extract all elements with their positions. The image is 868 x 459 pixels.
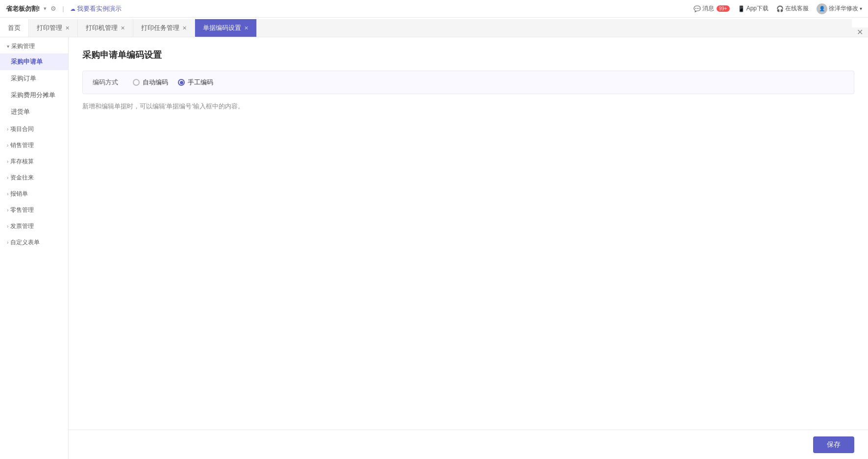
demo-link[interactable]: ☁ 我要看实例演示	[70, 4, 122, 13]
tab-close-print-task[interactable]: ✕	[182, 25, 187, 31]
hint-text: 新增和编辑单据时，可以编辑'单据编号'输入框中的内容。	[82, 102, 854, 111]
arrow-right-icon: ›	[7, 159, 8, 164]
radio-manual-coding[interactable]: 手工编码	[178, 78, 213, 87]
avatar: 👤	[817, 3, 827, 14]
tab-close-print-mgmt[interactable]: ✕	[65, 25, 70, 31]
arrow-right-icon: ›	[7, 175, 8, 180]
arrow-right-icon: ›	[7, 143, 8, 148]
sidebar-item-purchase-goods[interactable]: 进货单	[0, 103, 68, 120]
arrow-right-icon: ›	[7, 224, 8, 229]
tab-home[interactable]: 首页	[0, 19, 29, 37]
message-btn[interactable]: 💬 消息 99+	[694, 4, 730, 13]
tab-close-printer-mgmt[interactable]: ✕	[121, 25, 125, 31]
top-bar-right: 💬 消息 99+ 📱 App下载 🎧 在线客服 👤 徐泽华修改 ▾	[694, 3, 862, 14]
arrow-down-icon: ▾	[7, 44, 9, 49]
sidebar-item-purchase-order[interactable]: 采购订单	[0, 70, 68, 87]
sidebar-group-inventory[interactable]: › 库存核算	[0, 153, 68, 169]
arrow-right-icon: ›	[7, 240, 8, 245]
tab-bar: 首页 打印管理 ✕ 打印机管理 ✕ 打印任务管理 ✕ 单据编码设置 ✕ ✕	[0, 18, 868, 37]
arrow-right-icon: ›	[7, 127, 8, 132]
message-icon: 💬	[694, 5, 701, 12]
settings-icon[interactable]: ⚙	[50, 5, 56, 12]
top-bar-left: 省老板勿割! ▾ ⚙ | ☁ 我要看实例演示	[6, 4, 122, 13]
radio-label-manual: 手工编码	[188, 78, 213, 87]
save-button[interactable]: 保存	[813, 436, 854, 453]
radio-auto-coding[interactable]: 自动编码	[133, 78, 168, 87]
sidebar-item-purchase-request[interactable]: 采购申请单	[0, 53, 68, 70]
content-footer: 保存	[69, 430, 868, 459]
content-area: 采购申请单编码设置 编码方式 自动编码 手工编码	[69, 37, 868, 459]
coding-method-label: 编码方式	[93, 78, 118, 87]
tab-printer-mgmt[interactable]: 打印机管理 ✕	[78, 19, 133, 37]
headset-icon: 🎧	[776, 5, 784, 12]
radio-group-coding: 自动编码 手工编码	[133, 78, 213, 87]
radio-inner-manual	[180, 81, 183, 84]
message-badge: 99+	[717, 5, 730, 12]
app-icon: 📱	[738, 5, 745, 12]
chevron-down-icon: ▾	[860, 6, 862, 11]
coding-section: 编码方式 自动编码 手工编码	[82, 71, 854, 94]
sidebar-group-custom-forms[interactable]: › 自定义表单	[0, 233, 68, 250]
chevron-down-icon[interactable]: ▾	[44, 5, 47, 12]
sidebar-group-invoice[interactable]: › 发票管理	[0, 217, 68, 233]
main-layout: ▾ 采购管理 采购申请单 采购订单 采购费用分摊单 进货单 › 项目合同 › 销…	[0, 37, 868, 459]
sidebar: ▾ 采购管理 采购申请单 采购订单 采购费用分摊单 进货单 › 项目合同 › 销…	[0, 37, 69, 459]
content-body: 采购申请单编码设置 编码方式 自动编码 手工编码	[69, 37, 868, 430]
tab-print-mgmt[interactable]: 打印管理 ✕	[29, 19, 78, 37]
radio-circle-auto	[133, 79, 140, 86]
tab-close-single-code[interactable]: ✕	[244, 25, 248, 31]
page-title: 采购申请单编码设置	[82, 49, 854, 61]
sidebar-group-retail[interactable]: › 零售管理	[0, 201, 68, 217]
tab-print-task-mgmt[interactable]: 打印任务管理 ✕	[133, 19, 195, 37]
sidebar-group-capital[interactable]: › 资金往来	[0, 169, 68, 185]
tab-single-code-settings[interactable]: 单据编码设置 ✕	[195, 19, 257, 37]
app-download-btn[interactable]: 📱 App下载	[738, 4, 769, 13]
sidebar-item-purchase-expense[interactable]: 采购费用分摊单	[0, 87, 68, 103]
sidebar-group-returns[interactable]: › 报销单	[0, 185, 68, 201]
close-panel-btn[interactable]: ✕	[857, 27, 863, 37]
top-bar: 省老板勿割! ▾ ⚙ | ☁ 我要看实例演示 💬 消息 99+ 📱 App下载 …	[0, 0, 868, 18]
radio-label-auto: 自动编码	[143, 78, 168, 87]
sidebar-group-purchase[interactable]: ▾ 采购管理	[0, 37, 68, 53]
radio-circle-manual	[178, 79, 185, 86]
site-title: 省老板勿割!	[6, 4, 40, 13]
online-service-btn[interactable]: 🎧 在线客服	[776, 4, 809, 13]
sidebar-group-sales[interactable]: › 销售管理	[0, 136, 68, 153]
user-menu[interactable]: 👤 徐泽华修改 ▾	[817, 3, 862, 14]
arrow-right-icon: ›	[7, 207, 8, 213]
sidebar-group-project[interactable]: › 项目合同	[0, 120, 68, 136]
arrow-right-icon: ›	[7, 191, 8, 197]
